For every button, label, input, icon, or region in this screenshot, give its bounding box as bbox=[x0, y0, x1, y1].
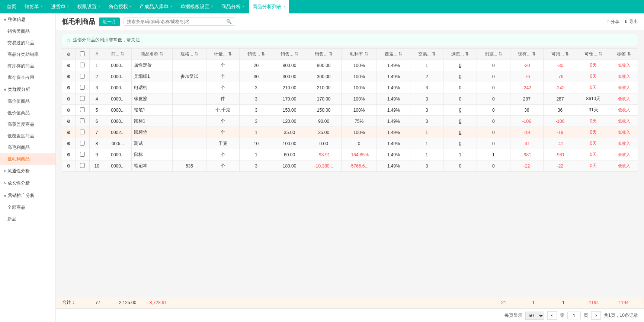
row-settings-icon[interactable]: ⚙ bbox=[67, 163, 71, 169]
close-icon[interactable]: × bbox=[170, 0, 172, 13]
nav-item-销货单[interactable]: 销货单 × bbox=[21, 0, 47, 13]
sidebar-group-类群度分析[interactable]: ∨类群度分析 bbox=[0, 83, 55, 96]
sidebar-item-全部商品[interactable]: 全部商品 bbox=[0, 202, 55, 213]
sidebar-group-成长性分析[interactable]: >成长性分析 bbox=[0, 177, 55, 189]
row-checkbox-3[interactable] bbox=[80, 96, 85, 101]
col-header-views1: 浏览... ⇅ bbox=[443, 49, 477, 60]
next-page-button[interactable]: ＞ bbox=[591, 311, 601, 320]
sidebar-item-低覆盖度商品[interactable]: 低覆盖度商品 bbox=[0, 130, 55, 142]
row-settings-icon[interactable]: ⚙ bbox=[67, 130, 71, 135]
row-checkbox-7[interactable] bbox=[80, 141, 85, 146]
row-settings-icon[interactable]: ⚙ bbox=[67, 152, 71, 157]
export-button[interactable]: ⬇ 导出 bbox=[624, 19, 638, 25]
prev-page-button[interactable]: ＜ bbox=[547, 311, 557, 320]
row-settings-icon[interactable]: ⚙ bbox=[67, 74, 71, 79]
row-views1[interactable]: 0 bbox=[459, 119, 461, 124]
sort-icon-sellable_days[interactable]: ⇅ bbox=[597, 51, 602, 57]
sidebar-group-流通性分析[interactable]: >流通性分析 bbox=[0, 165, 55, 177]
close-icon[interactable]: × bbox=[98, 0, 100, 13]
row-checkbox-0[interactable] bbox=[80, 63, 85, 67]
row-settings-icon[interactable]: ⚙ bbox=[67, 85, 71, 90]
row-views1[interactable]: 0 bbox=[459, 141, 461, 146]
row-views1[interactable]: 0 bbox=[459, 85, 461, 90]
nav-item-角色授权[interactable]: 角色授权 × bbox=[105, 0, 135, 13]
row-views1[interactable]: 0 bbox=[459, 74, 461, 79]
sort-icon-current_stock[interactable]: ⇅ bbox=[531, 51, 535, 57]
sort-icon-tag[interactable]: ⇅ bbox=[626, 51, 631, 57]
per-page-select[interactable]: 50 20 100 bbox=[525, 312, 544, 320]
share-button[interactable]: ⤴ 分享 bbox=[607, 19, 619, 25]
row-settings-icon[interactable]: ⚙ bbox=[67, 108, 71, 113]
nav-item-商品分析[interactable]: 商品分析 × bbox=[218, 0, 248, 13]
nav-item-产成品入库单[interactable]: 产成品入库单 × bbox=[136, 0, 176, 13]
row-views1[interactable]: 0 bbox=[459, 163, 461, 169]
row-checkbox-2[interactable] bbox=[80, 85, 85, 90]
row-checkbox-4[interactable] bbox=[80, 107, 85, 112]
row-unit: 个 bbox=[221, 163, 225, 168]
row-views1[interactable]: 0 bbox=[459, 96, 461, 102]
sidebar-group-整体信息[interactable]: ∨整体信息 bbox=[0, 13, 55, 26]
nav-item-单据模板设置[interactable]: 单据模板设置 × bbox=[177, 0, 217, 13]
row-checkbox-8[interactable] bbox=[80, 152, 85, 157]
sort-icon-gross_margin[interactable]: ⇅ bbox=[363, 51, 368, 57]
sort-icon-sales_qty[interactable]: ⇅ bbox=[260, 51, 265, 57]
row-views1[interactable]: 1 bbox=[459, 152, 461, 157]
row-settings-icon[interactable]: ⚙ bbox=[67, 96, 71, 102]
nav-item-权限设置[interactable]: 权限设置 × bbox=[74, 0, 104, 13]
close-icon[interactable]: × bbox=[67, 0, 69, 13]
sidebar-item-低毛利商品[interactable]: 低毛利商品 bbox=[0, 153, 55, 165]
sort-icon-sales_amount[interactable]: ⇅ bbox=[293, 51, 298, 57]
row-settings-icon[interactable]: ⚙ bbox=[67, 63, 71, 68]
sidebar-group-营销推广分析[interactable]: ∨营销推广分析 bbox=[0, 189, 55, 202]
row-checkbox-5[interactable] bbox=[80, 118, 85, 123]
settings-icon[interactable]: ⚙ bbox=[67, 52, 71, 57]
nav-item-首页[interactable]: 首页 bbox=[3, 0, 20, 13]
row-settings-icon[interactable]: ⚙ bbox=[67, 119, 71, 124]
sidebar-item-交易过的商品[interactable]: 交易过的商品 bbox=[0, 37, 55, 49]
row-views1[interactable]: 0 bbox=[459, 108, 461, 113]
sort-icon-views1[interactable]: ⇅ bbox=[464, 51, 469, 57]
nav-item-商品分析列表[interactable]: 商品分析列表 × bbox=[249, 0, 289, 13]
close-icon[interactable]: × bbox=[211, 0, 213, 13]
sort-icon-available[interactable]: ⇅ bbox=[564, 51, 569, 57]
sort-icon-code[interactable]: ⇅ bbox=[119, 51, 124, 57]
sidebar-item-新品[interactable]: 新品 bbox=[0, 213, 55, 225]
filter-button[interactable]: 近一月 bbox=[99, 17, 120, 26]
row-coverage: 1.49% bbox=[387, 74, 400, 79]
close-icon[interactable]: × bbox=[242, 0, 244, 13]
sort-icon-coverage[interactable]: ⇅ bbox=[397, 51, 402, 57]
search-icon[interactable]: 🔍 bbox=[226, 19, 232, 24]
close-icon[interactable]: × bbox=[283, 0, 285, 13]
sidebar-item-低价值商品[interactable]: 低价值商品 bbox=[0, 107, 55, 119]
row-views1[interactable]: 0 bbox=[459, 63, 461, 68]
sidebar-item-有库存的商品[interactable]: 有库存的商品 bbox=[0, 60, 55, 72]
sort-icon-transaction[interactable]: ⇅ bbox=[431, 51, 436, 57]
row-checkbox-6[interactable] bbox=[80, 130, 85, 134]
sidebar-item-库存资金占用[interactable]: 库存资金占用 bbox=[0, 72, 55, 83]
sort-icon-views2[interactable]: ⇅ bbox=[497, 51, 502, 57]
sidebar-item-高毛利商品[interactable]: 高毛利商品 bbox=[0, 142, 55, 153]
row-views1[interactable]: 0 bbox=[459, 130, 461, 135]
page-input[interactable] bbox=[567, 312, 581, 319]
row-tag: 低收入 bbox=[618, 130, 630, 134]
row-name: 电话机 bbox=[134, 85, 170, 91]
row-settings-icon[interactable]: ⚙ bbox=[67, 141, 71, 146]
sidebar-item-高覆盖度商品[interactable]: 高覆盖度商品 bbox=[0, 119, 55, 130]
nav-item-进货单[interactable]: 进货单 × bbox=[47, 0, 73, 13]
sidebar-item-销售类商品[interactable]: 销售类商品 bbox=[0, 26, 55, 37]
sort-icon-sales_profit[interactable]: ⇅ bbox=[327, 51, 332, 57]
col-header-settings[interactable]: ⚙ bbox=[62, 49, 76, 60]
sort-icon-spec[interactable]: ⇅ bbox=[193, 51, 198, 57]
search-input[interactable] bbox=[127, 19, 224, 24]
row-current-stock: -106 bbox=[522, 119, 531, 124]
sidebar-item-高价值商品[interactable]: 高价值商品 bbox=[0, 96, 55, 107]
close-icon[interactable]: × bbox=[41, 0, 43, 13]
select-all-checkbox[interactable] bbox=[80, 51, 85, 56]
sidebar-item-商品分类助销率[interactable]: 商品分类助销率 bbox=[0, 49, 55, 60]
row-checkbox-9[interactable] bbox=[80, 163, 85, 168]
sort-icon-unit[interactable]: ⇅ bbox=[227, 51, 231, 57]
sort-icon-name[interactable]: ⇅ bbox=[158, 51, 163, 57]
close-icon[interactable]: × bbox=[129, 0, 132, 13]
col-header-check[interactable] bbox=[75, 49, 90, 60]
row-checkbox-1[interactable] bbox=[80, 74, 85, 79]
